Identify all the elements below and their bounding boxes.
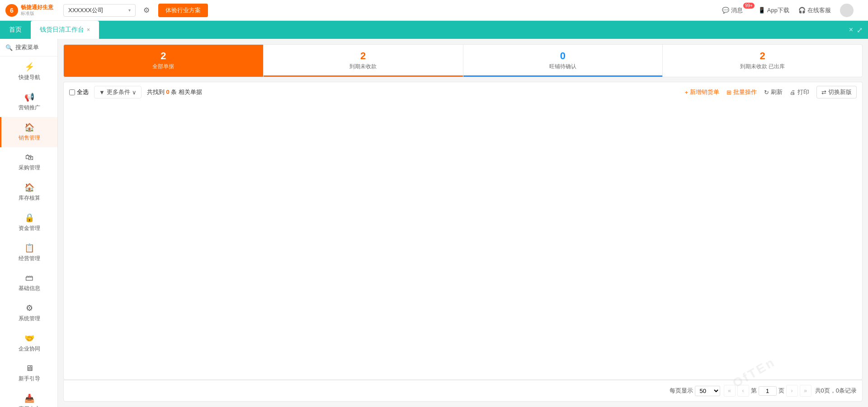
batch-label: 批量操作 <box>733 88 757 96</box>
stat-num-all: 2 <box>73 51 254 61</box>
message-label: 消息 <box>731 6 743 14</box>
stat-card-all[interactable]: 2 全部单据 <box>64 45 264 77</box>
company-chevron-icon: ▾ <box>128 8 131 13</box>
stat-label-all: 全部单据 <box>73 63 254 70</box>
sidebar-search[interactable]: 🔍 搜索菜单 <box>0 39 57 56</box>
page-size-select[interactable]: 50 100 200 <box>695 386 720 396</box>
stat-card-pending[interactable]: 0 旺铺待确认 <box>463 45 663 77</box>
maximize-icon[interactable]: ⤢ <box>857 26 863 34</box>
sidebar-item-operation[interactable]: 📋 经营管理 <box>0 238 57 268</box>
page-size-label: 每页显示 <box>670 387 693 395</box>
sidebar-item-system[interactable]: ⚙ 系统管理 <box>0 298 57 328</box>
tab-bar-controls: × ⤢ <box>849 26 868 34</box>
avatar[interactable] <box>840 4 854 17</box>
stat-card-overdue-out[interactable]: 2 到期未收款 已出库 <box>663 45 862 77</box>
quick-nav-icon: ⚡ <box>24 62 34 72</box>
sidebar-item-basic-info[interactable]: 🗃 基础信息 <box>0 268 57 298</box>
sidebar-label-purchase: 采购管理 <box>19 164 40 172</box>
sidebar-item-inventory[interactable]: 🏠 库存核算 <box>0 177 57 207</box>
tab-bar: 首页 钱货日清工作台 × × ⤢ <box>0 21 868 39</box>
sidebar-item-sales[interactable]: 🏠 销售管理 <box>0 117 57 147</box>
filter-chevron-icon: ∨ <box>132 89 137 96</box>
marketing-icon: 📢 <box>24 92 34 102</box>
pagination: 每页显示 50 100 200 « ‹ 第 页 › » 共0页，0条记录 <box>63 380 863 402</box>
stat-label-pending: 旺铺待确认 <box>472 63 654 70</box>
minimize-icon[interactable]: × <box>849 26 853 34</box>
first-page-button[interactable]: « <box>724 385 736 397</box>
switch-icon: ⇄ <box>821 89 826 96</box>
main-layout: 🔍 搜索菜单 ⚡ 快捷导航 📢 营销推广 🏠 销售管理 🛍 采购管理 🏠 库存核… <box>0 39 868 407</box>
app-center-icon: 📥 <box>24 393 34 403</box>
sidebar-item-quick-nav[interactable]: ⚡ 快捷导航 <box>0 56 57 87</box>
content-area: 2 全部单据 2 到期未收款 0 旺铺待确认 2 到期未收款 已出库 <box>58 39 868 407</box>
add-sales-order-button[interactable]: + 新增销货单 <box>684 88 719 96</box>
found-prefix: 共找到 <box>147 89 165 95</box>
logo-icon: 6 <box>5 4 18 17</box>
message-button[interactable]: 💬 消息 99+ <box>722 6 749 14</box>
sidebar-item-guide[interactable]: 🖥 新手引导 <box>0 358 57 388</box>
total-info: 共0页，0条记录 <box>815 387 857 395</box>
page-prefix-label: 第 <box>751 387 757 395</box>
prev-page-button[interactable]: ‹ <box>737 385 749 397</box>
inventory-icon: 🏠 <box>24 182 34 192</box>
sidebar-item-app-center[interactable]: 📥 应用中心 <box>0 388 57 407</box>
toolbar: 全选 ▼ 更多条件 ∨ 共找到 0 条 相关单据 + 新增销货单 <box>63 82 863 102</box>
online-service-label: 在线客服 <box>807 6 831 14</box>
app-download-label: App下载 <box>767 6 789 14</box>
next-page-button[interactable]: › <box>786 385 798 397</box>
switch-label: 切换新版 <box>828 88 852 96</box>
search-icon: 🔍 <box>5 44 13 51</box>
select-all-checkbox[interactable]: 全选 <box>69 88 89 96</box>
print-label: 打印 <box>797 88 809 96</box>
company-selector[interactable]: XXXXXX公司 ▾ <box>63 4 136 17</box>
sidebar-item-marketing[interactable]: 📢 营销推广 <box>0 87 57 117</box>
stat-num-overdue: 2 <box>273 51 454 61</box>
tab-home[interactable]: 首页 <box>0 21 31 39</box>
sidebar-item-enterprise[interactable]: 🤝 企业协同 <box>0 328 57 358</box>
toolbar-right: + 新增销货单 ⊞ 批量操作 ↻ 刷新 🖨 打印 ⇄ 切换新版 <box>684 86 857 98</box>
sidebar-label-sales: 销售管理 <box>19 134 40 142</box>
sidebar-label-basic-info: 基础信息 <box>19 285 40 292</box>
batch-operation-button[interactable]: ⊞ 批量操作 <box>726 88 757 96</box>
page-suffix-label: 页 <box>778 387 784 395</box>
refresh-button[interactable]: ↻ 刷新 <box>764 88 783 96</box>
print-button[interactable]: 🖨 打印 <box>790 88 809 96</box>
filter-button[interactable]: ▼ 更多条件 ∨ <box>94 86 142 98</box>
found-unit: 条 <box>171 89 177 95</box>
sales-icon: 🏠 <box>24 122 34 132</box>
found-count: 0 <box>166 89 170 95</box>
logo-text: 畅捷通好生意 标准版 <box>21 4 53 16</box>
sidebar-label-marketing: 营销推广 <box>19 104 40 112</box>
logo-area: 6 畅捷通好生意 标准版 <box>5 4 63 17</box>
switch-version-button[interactable]: ⇄ 切换新版 <box>816 86 857 98</box>
online-service-button[interactable]: 🎧 在线客服 <box>798 6 831 14</box>
tab-close-icon[interactable]: × <box>87 27 90 33</box>
stat-card-overdue[interactable]: 2 到期未收款 <box>264 45 463 77</box>
app-download-button[interactable]: 📱 App下载 <box>758 6 789 14</box>
home-tab-label: 首页 <box>9 26 22 34</box>
page-number-input[interactable] <box>759 386 777 396</box>
stat-num-pending: 0 <box>472 51 654 61</box>
refresh-label: 刷新 <box>771 88 783 96</box>
sidebar-label-app-center: 应用中心 <box>19 405 40 407</box>
add-icon: + <box>684 89 688 96</box>
message-badge: 99+ <box>743 3 755 9</box>
refresh-icon: ↻ <box>764 89 769 96</box>
capital-icon: 🔒 <box>24 213 34 223</box>
sidebar-label-enterprise: 企业协同 <box>19 345 40 353</box>
sidebar-label-quick-nav: 快捷导航 <box>19 74 40 81</box>
experience-button[interactable]: 体验行业方案 <box>158 4 208 17</box>
company-name: XXXXXX公司 <box>68 6 104 14</box>
active-tab-label: 钱货日清工作台 <box>40 26 84 34</box>
stat-label-overdue: 到期未收款 <box>273 63 454 70</box>
app-title: 畅捷通好生意 <box>21 4 53 10</box>
last-page-button[interactable]: » <box>800 385 811 397</box>
sidebar-item-purchase[interactable]: 🛍 采购管理 <box>0 147 57 177</box>
filter-icon: ▼ <box>99 89 105 96</box>
settings-button[interactable]: ⚙ <box>139 3 154 18</box>
app-subtitle: 标准版 <box>21 11 53 16</box>
sidebar-item-capital[interactable]: 🔒 资金管理 <box>0 207 57 238</box>
message-icon: 💬 <box>722 7 729 14</box>
tab-active[interactable]: 钱货日清工作台 × <box>31 21 99 39</box>
select-all-input[interactable] <box>69 89 75 95</box>
